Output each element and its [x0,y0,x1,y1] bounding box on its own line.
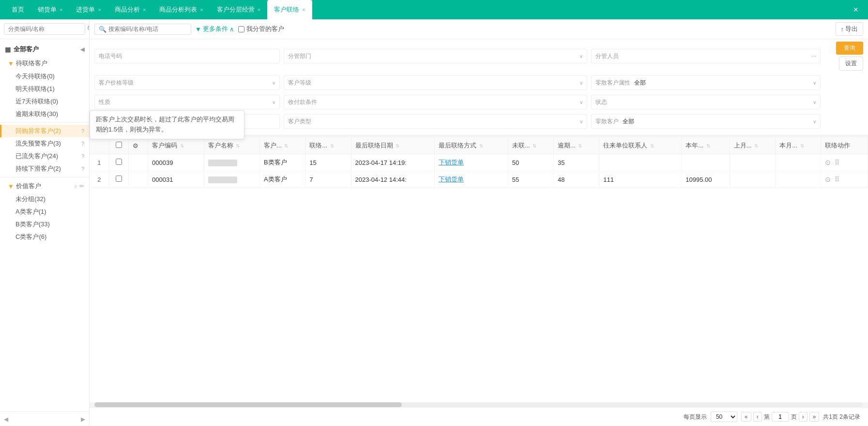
action-icons: ⊙ ⠿ [825,159,864,166]
category-search-input[interactable] [4,23,85,35]
filter-nature[interactable]: 性质 ∨ [94,95,280,109]
last-page-button[interactable]: » [809,412,820,422]
col-header-not-contact[interactable]: 未联... ⇅ [508,137,553,154]
col-header-contact[interactable]: 联络... ⇅ [305,137,351,154]
col-header-check[interactable] [109,137,128,154]
sidebar-item-7days-pending[interactable]: 近7天待联络(0) [0,95,89,108]
row-checkbox-cell[interactable] [109,154,128,171]
col-header-customer-type[interactable]: 客户... ⇅ [260,137,305,154]
nav-close-customer-contact[interactable]: × [302,7,305,13]
action-icons: ⊙ ⠿ [825,176,864,183]
row-checkbox[interactable] [116,176,122,182]
value-customer-group[interactable]: ▼ 价值客户 ○ ✏ [0,179,89,193]
nav-close-customer-tier[interactable]: × [258,7,260,13]
scrollbar-thumb[interactable] [94,402,402,407]
sidebar-item-today-pending[interactable]: 今天待联络(0) [0,70,89,83]
nav-item-home[interactable]: 首页 [5,0,31,19]
col-header-last-contact-date[interactable]: 最后联络日期 ⇅ [351,137,434,154]
sidebar-item-overdue-pending[interactable]: 逾期未联络(30) [0,108,89,120]
next-page-button[interactable]: › [799,412,807,422]
filter-payment-terms[interactable]: 收付款条件 ∨ [284,95,587,109]
nav-close-sales[interactable]: × [60,7,62,13]
row-last-contact-method[interactable]: 下销货单 [434,154,508,171]
col-header-customer-code[interactable]: 客户编码 ⇅ [148,137,204,154]
col-header-last-contact-method[interactable]: 最后联络方式 ⇅ [434,137,508,154]
filter-retail-attr[interactable]: 零散客户属性 全部 ∨ [591,75,821,90]
filter-row-1: 电话号码 分管部门 ∨ 分管人员 ··· 查询 设置 [94,39,863,73]
row-checkbox-cell[interactable] [109,171,128,188]
lost-preview-info-icon: ? [81,141,84,147]
search-input-wrap: 🔍 [94,24,191,35]
sidebar-item-abnormal-repurchase[interactable]: 回购异常客户(2) ? [0,125,89,137]
row-last-contact-method[interactable]: 下销货单 [434,171,508,188]
filter-managing-dept[interactable]: 分管部门 ∨ [284,49,587,63]
filter-customer-level[interactable]: 客户等级 ∨ [284,75,587,90]
window-close-button[interactable]: × [848,5,863,15]
settings-button[interactable]: 设置 [839,57,863,71]
export-button[interactable]: ↑ 导出 [836,22,864,36]
select-all-checkbox[interactable] [116,142,122,148]
filter-customer-type[interactable]: 客户类型 ∨ [284,114,587,129]
filter-retail-customer[interactable]: 零散客户 全部 ∨ [591,114,821,129]
filter-price-level[interactable]: 客户价格等级 ∨ [94,75,280,90]
row-checkbox[interactable] [116,159,122,165]
row-action: ⊙ ⠿ [821,154,868,171]
page-size-select[interactable]: 50 10 20 100 [711,411,737,422]
my-customer-checkbox-area: 我分管的客户 [238,25,284,33]
sidebar-item-declining[interactable]: 持续下滑客户(2) ? [0,162,89,175]
nav-close-purchase[interactable]: × [98,7,101,13]
sidebar-scroll-right[interactable]: ▶ [81,416,85,423]
col-header-overdue[interactable]: 逾期... ⇅ [554,137,599,154]
nav-close-product-analysis-list[interactable]: × [200,7,203,13]
prev-page-button[interactable]: ‹ [753,412,762,422]
more-action-icon[interactable]: ⠿ [835,176,839,183]
nav-item-purchase[interactable]: 进货单 × [69,0,107,19]
sidebar-item-ungroups[interactable]: 未分组(32) [0,193,89,206]
row-empty-cell [128,171,148,188]
customer-table-area: ⚙ 客户编码 ⇅ 客户名称 ⇅ 客户... ⇅ 联络... ⇅ 最后联络日期 ⇅… [90,137,868,402]
col-header-settings[interactable]: ⚙ [128,137,148,154]
nav-item-customer-tier[interactable]: 客户分层经营 × [210,0,267,19]
horizontal-scrollbar[interactable] [94,402,863,407]
nav-item-product-analysis-list[interactable]: 商品分析列表 × [152,0,210,19]
settings-icon: ⚙ [133,142,138,149]
filter-status[interactable]: 状态 ∨ [591,95,821,109]
collapse-sidebar-button[interactable]: ◀ [80,46,84,53]
sidebar-item-class-b[interactable]: B类客户(33) [0,218,89,231]
nav-close-product-analysis[interactable]: × [143,7,146,13]
col-header-unit-contact[interactable]: 往来单位联系人 ⇅ [599,137,682,154]
filter-phone-number[interactable]: 电话号码 [94,49,280,63]
main-search-input[interactable] [108,26,186,32]
col-header-this-year[interactable]: 本年... ⇅ [682,137,730,154]
nav-item-customer-contact[interactable]: 客户联络 × [267,0,312,19]
more-action-icon[interactable]: ⠿ [835,159,839,166]
query-button[interactable]: 查询 [836,42,863,55]
sidebar-scroll-left[interactable]: ◀ [4,416,8,423]
all-customers-node[interactable]: ▦ 全部客户 ◀ [0,42,89,57]
sidebar: 🔍 ▦ 全部客户 ◀ ▼ 待联络客户 今天待联络(0) 明天待联络(1) 近7天… [0,19,90,426]
view-icon[interactable]: ⊙ [825,159,831,166]
nav-item-product-analysis[interactable]: 商品分析 × [108,0,152,19]
sidebar-item-lost-warning[interactable]: 流失预警客户(3) ? [0,137,89,150]
col-header-last-month[interactable]: 上月... ⇅ [730,137,775,154]
row-customer-type: B类客户 [260,154,305,171]
sidebar-item-class-a[interactable]: A类客户(1) [0,206,89,218]
sidebar-item-tomorrow-pending[interactable]: 明天待联络(1) [0,83,89,95]
value-group-edit-icon[interactable]: ✏ [79,183,84,190]
contact-method-link[interactable]: 下销货单 [439,159,464,166]
sidebar-item-class-c[interactable]: C类客户(6) [0,231,89,243]
first-page-button[interactable]: « [741,412,751,422]
my-customer-checkbox[interactable] [238,26,244,32]
pending-contact-group[interactable]: ▼ 待联络客户 [0,57,89,70]
sidebar-item-already-lost[interactable]: 已流失客户(24) ? [0,150,89,162]
view-icon[interactable]: ⊙ [825,176,831,183]
col-header-customer-name[interactable]: 客户名称 ⇅ [204,137,260,154]
nav-item-sales[interactable]: 销货单 × [31,0,69,19]
col-header-this-month[interactable]: 本月... ⇅ [776,137,821,154]
value-group-circle-icon[interactable]: ○ [74,183,77,190]
more-conditions-button[interactable]: ▼ 更多条件 ∧ [195,25,234,33]
contact-method-link[interactable]: 下销货单 [439,176,464,183]
page-number-input[interactable] [772,412,789,422]
row-not-contact: 50 [508,154,553,171]
filter-managing-person[interactable]: 分管人员 ··· [591,49,821,63]
